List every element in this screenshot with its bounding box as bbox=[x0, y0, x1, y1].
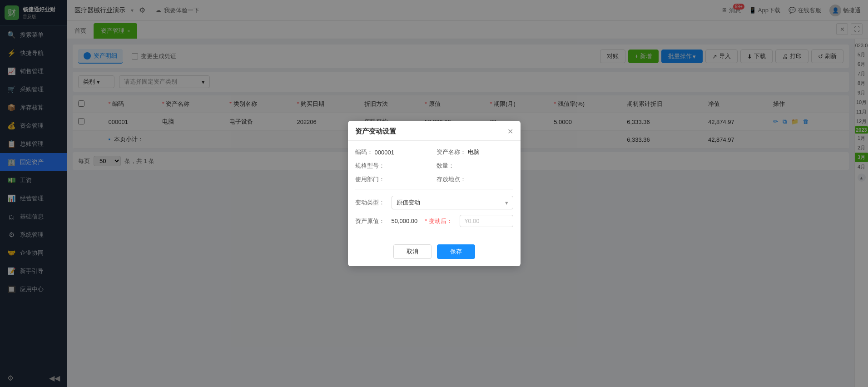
modal-location-item: 存放地点： bbox=[436, 175, 513, 184]
change-type-chevron-icon: ▾ bbox=[505, 199, 508, 206]
modal-divider bbox=[355, 189, 513, 189]
modal-change-type-row: 变动类型： 原值变动 ▾ bbox=[355, 196, 513, 209]
modal-spec-item: 规格型号： bbox=[355, 162, 432, 170]
modal-original-value-label: 资产原值： bbox=[355, 217, 392, 225]
save-button[interactable]: 保存 bbox=[437, 244, 475, 259]
cancel-button[interactable]: 取消 bbox=[393, 244, 432, 259]
modal-code-label: 编码： bbox=[355, 148, 373, 156]
modal-original-value: 50,000.00 bbox=[392, 218, 418, 224]
modal-asset-name-label: 资产名称： bbox=[436, 148, 466, 156]
modal-quantity-label: 数量： bbox=[436, 162, 454, 170]
modal-footer: 取消 保存 bbox=[348, 240, 521, 266]
modal-quantity-item: 数量： bbox=[436, 162, 513, 170]
modal-info-row-1: 编码： 000001 资产名称： 电脑 bbox=[355, 148, 513, 156]
asset-change-modal: 资产变动设置 ✕ 编码： 000001 资产名称： 电脑 规格型号： bbox=[348, 121, 521, 266]
modal-title: 资产变动设置 bbox=[355, 127, 396, 136]
change-type-value: 原值变动 bbox=[397, 198, 420, 207]
modal-close-icon[interactable]: ✕ bbox=[507, 127, 513, 136]
modal-after-label: * 变动后： bbox=[425, 217, 452, 225]
change-type-select[interactable]: 原值变动 ▾ bbox=[392, 196, 513, 209]
modal-value-fields: 50,000.00 * 变动后： bbox=[392, 215, 513, 227]
modal-info-row-3: 使用部门： 存放地点： bbox=[355, 175, 513, 184]
modal-location-label: 存放地点： bbox=[436, 175, 466, 184]
modal-body: 编码： 000001 资产名称： 电脑 规格型号： 数量： bbox=[348, 141, 521, 240]
modal-dept-item: 使用部门： bbox=[355, 175, 432, 184]
modal-code-item: 编码： 000001 bbox=[355, 148, 432, 156]
modal-after-input[interactable] bbox=[460, 215, 513, 227]
modal-change-type-label: 变动类型： bbox=[355, 198, 392, 207]
modal-dept-label: 使用部门： bbox=[355, 175, 385, 184]
modal-info-row-2: 规格型号： 数量： bbox=[355, 162, 513, 170]
modal-overlay: 资产变动设置 ✕ 编码： 000001 资产名称： 电脑 规格型号： bbox=[0, 0, 868, 387]
modal-spec-label: 规格型号： bbox=[355, 162, 385, 170]
modal-value-row: 资产原值： 50,000.00 * 变动后： bbox=[355, 215, 513, 227]
modal-code-value: 000001 bbox=[375, 149, 394, 156]
modal-header: 资产变动设置 ✕ bbox=[348, 121, 521, 141]
modal-name-item: 资产名称： 电脑 bbox=[436, 148, 513, 156]
modal-change-type-input: 原值变动 ▾ bbox=[392, 196, 513, 209]
modal-asset-name-value: 电脑 bbox=[468, 148, 480, 156]
